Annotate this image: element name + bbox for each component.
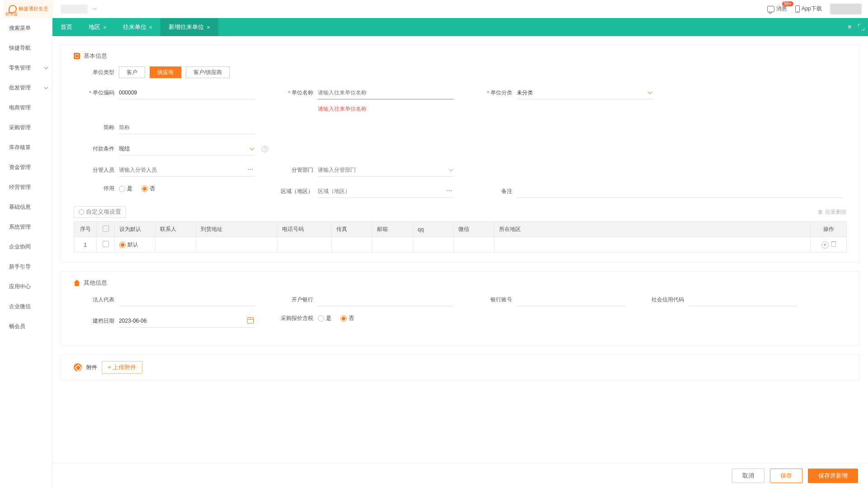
brand-name: 畅捷通好生意	[19, 6, 48, 11]
table-cell[interactable]	[196, 237, 278, 253]
bank-acct-label: 银行账号	[472, 296, 512, 304]
message-icon	[767, 6, 774, 12]
unit-name-input[interactable]	[318, 86, 453, 99]
unit-type-option[interactable]: 供应商	[150, 66, 181, 78]
table-cell[interactable]	[454, 237, 495, 253]
upload-attachment-button[interactable]: + 上传附件	[102, 361, 142, 374]
section-icon	[74, 280, 80, 286]
sidebar-item[interactable]: 基础信息	[0, 197, 52, 217]
tenant-selector[interactable]	[53, 0, 130, 18]
tab[interactable]: 地区×	[80, 18, 115, 36]
owner-input[interactable]	[119, 164, 255, 176]
table-header: 微信	[454, 222, 495, 237]
table-cell[interactable]	[278, 237, 332, 253]
social-credit-input[interactable]	[689, 293, 797, 306]
bank-acct-input[interactable]	[517, 293, 625, 306]
table-cell[interactable]	[97, 237, 115, 253]
unit-code-label: 单位编码	[74, 89, 114, 97]
sidebar-item[interactable]: 采购管理	[0, 117, 52, 137]
select-all-checkbox[interactable]	[103, 225, 109, 232]
table-cell[interactable]	[373, 237, 413, 253]
fullscreen-icon[interactable]	[858, 24, 864, 30]
page-add-contact-unit: 基本信息 单位类型 客户供应商客户/供应商 单位编码	[52, 36, 868, 488]
cancel-button[interactable]: 取消	[732, 469, 764, 483]
sidebar-item[interactable]: 企业协同	[0, 237, 52, 257]
unit-type-option[interactable]: 客户	[119, 66, 145, 78]
sidebar-item[interactable]: 电商管理	[0, 98, 52, 117]
tab-label: 首页	[61, 23, 72, 31]
pay-terms-select[interactable]: 现结	[119, 142, 255, 155]
unit-name-label: 单位名称	[273, 89, 313, 97]
sidebar-item[interactable]: 新手引导	[0, 257, 52, 277]
sidebar-item[interactable]: 快捷导航	[0, 38, 52, 58]
sidebar-item[interactable]: 库存核算	[0, 137, 52, 157]
app-download-label: App下载	[802, 5, 822, 13]
sidebar-item[interactable]: 系统管理	[0, 217, 52, 237]
delete-row-button[interactable]	[831, 241, 836, 247]
purchase-tax-yes-radio[interactable]: 是	[318, 314, 331, 322]
user-avatar[interactable]	[830, 4, 862, 14]
table-cell[interactable]	[413, 237, 454, 253]
close-icon[interactable]: ×	[848, 23, 852, 31]
disabled-yes-radio[interactable]: 是	[119, 185, 132, 192]
tab[interactable]: 新增往来单位×	[160, 18, 218, 36]
create-date-input[interactable]	[119, 314, 255, 327]
tenant-avatar	[61, 5, 88, 14]
legal-rep-input[interactable]	[119, 293, 255, 306]
open-bank-input[interactable]	[318, 293, 453, 306]
tab-close-icon[interactable]: ×	[149, 24, 153, 31]
sidebar-item[interactable]: 经营管理	[0, 177, 52, 197]
table-cell[interactable]: 默认	[115, 237, 156, 253]
table-cell[interactable]	[156, 237, 196, 253]
disabled-no-radio[interactable]: 否	[142, 185, 155, 192]
sidebar-item[interactable]: 应用中心	[0, 277, 52, 296]
sidebar-item[interactable]: 畅会员	[0, 316, 52, 336]
sidebar-item[interactable]: 批发管理	[0, 78, 52, 98]
contacts-table: 序号设为默认联系人到货地址电话号码传真邮箱qq微信所在地区操作 1默认+	[74, 221, 847, 253]
attachment-label: 附件	[86, 364, 97, 371]
tab-label: 新增往来单位	[169, 23, 204, 31]
remark-label: 备注	[472, 188, 512, 195]
add-row-button[interactable]: +	[821, 241, 829, 249]
brand-edition: 标准版	[5, 11, 18, 17]
region-input[interactable]	[318, 185, 453, 197]
row-checkbox[interactable]	[103, 241, 109, 247]
save-and-add-button[interactable]: 保存并新增	[808, 469, 858, 483]
unit-category-label: 单位分类	[472, 89, 512, 97]
sidebar-item[interactable]: 搜索菜单	[0, 18, 52, 38]
section-icon	[74, 53, 80, 59]
batch-delete-button[interactable]: 🗑 批量删除	[818, 208, 847, 216]
picker-icon[interactable]: ···	[248, 166, 254, 173]
sidebar-item[interactable]: 资金管理	[0, 157, 52, 177]
sidebar-item[interactable]: 零售管理	[0, 58, 52, 78]
tab[interactable]: 首页	[52, 18, 80, 36]
tab-close-icon[interactable]: ×	[207, 24, 210, 31]
calendar-icon[interactable]	[247, 317, 254, 324]
tab[interactable]: 往来单位×	[115, 18, 161, 36]
picker-icon[interactable]: ···	[447, 188, 453, 194]
abbr-input[interactable]	[119, 121, 255, 134]
unit-type-option[interactable]: 客户/供应商	[186, 66, 230, 78]
tab-close-icon[interactable]: ×	[103, 24, 107, 31]
dept-input[interactable]	[318, 164, 453, 176]
table-header	[97, 222, 115, 237]
sidebar-item[interactable]: 企业微信	[0, 296, 52, 316]
remark-input[interactable]	[517, 185, 842, 197]
table-cell[interactable]	[495, 237, 811, 253]
table-cell[interactable]: +	[811, 237, 847, 253]
brand-logo-box[interactable]: 畅捷通好生意 标准版	[4, 0, 53, 18]
unit-category-select[interactable]: 未分类	[517, 86, 652, 99]
app-download-button[interactable]: App下载	[795, 5, 822, 13]
unit-code-input[interactable]	[119, 86, 255, 99]
header-right-area: 消息 99+ App下载	[767, 4, 864, 14]
default-radio[interactable]: 默认	[119, 241, 151, 249]
custom-fields-button[interactable]: 自定义项设置	[74, 206, 126, 218]
purchase-tax-no-radio[interactable]: 否	[340, 314, 354, 322]
disabled-label: 停用	[74, 185, 114, 192]
unit-type-label: 单位类型	[74, 69, 114, 76]
table-cell[interactable]	[332, 237, 373, 253]
tab-label: 地区	[89, 23, 100, 31]
help-icon[interactable]: ?	[262, 146, 268, 152]
messages-button[interactable]: 消息 99+	[767, 5, 787, 13]
save-button[interactable]: 保存	[770, 469, 802, 483]
